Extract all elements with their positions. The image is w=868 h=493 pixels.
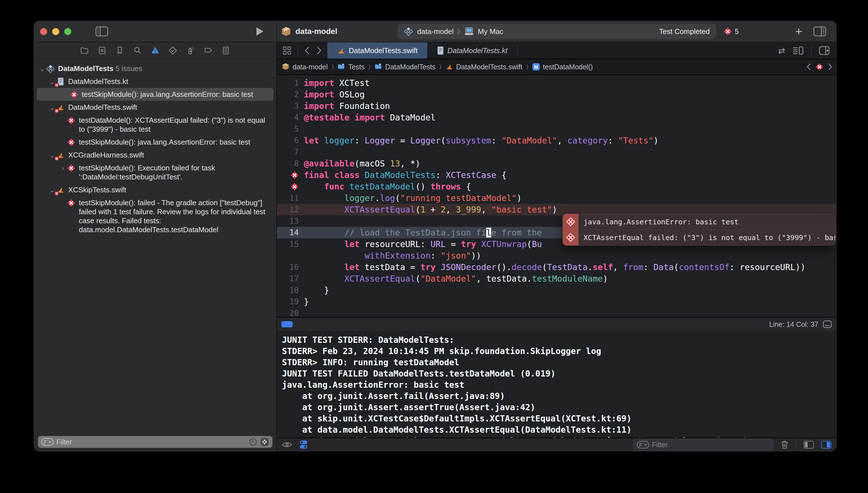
console-filter-field[interactable]: Filter	[633, 439, 774, 451]
console-panel-toggle[interactable]	[821, 441, 831, 449]
navigator-tab-warning-icon[interactable]	[151, 46, 159, 55]
code-line[interactable]: 4@testable import DataModel	[277, 112, 836, 123]
code-line[interactable]: 3import Foundation	[277, 100, 836, 112]
run-button[interactable]	[256, 27, 264, 36]
code-line[interactable]: 7	[277, 146, 836, 158]
inspector-toggle-icon[interactable]	[813, 26, 826, 37]
code-line[interactable]: 8@available(macOS 13, *)	[277, 158, 836, 169]
variables-view-eye-icon[interactable]	[282, 441, 292, 448]
scheme-selector[interactable]: data-model 〉 My Mac Test Completed	[397, 24, 716, 39]
recent-clock-icon[interactable]	[249, 438, 257, 446]
navigator-tab-folder-icon[interactable]	[80, 46, 89, 55]
code-line[interactable]: 20	[277, 307, 836, 317]
breadcrumb-item[interactable]: DataModelTests	[374, 63, 435, 71]
code-line[interactable]: 18 }	[277, 284, 836, 296]
err-icon	[70, 90, 78, 99]
code-line[interactable]: 5	[277, 123, 836, 135]
issue-count-badge[interactable]: 5	[724, 27, 739, 36]
swift-icon	[56, 103, 65, 112]
navigator-filter-field[interactable]: Filter	[38, 436, 272, 448]
forward-icon[interactable]	[316, 46, 322, 55]
disclosure-collapsed-icon[interactable]: ›	[59, 164, 67, 173]
breakpoint-indicator[interactable]	[281, 321, 293, 327]
code-line[interactable]: 17 XCTAssertEqual("DataModel", testData.…	[277, 273, 836, 284]
navigator-tab-search-icon[interactable]	[133, 46, 142, 55]
line-error-icon[interactable]	[277, 169, 304, 181]
console-line: at org.junit.Assert.assertTrue(Assert.ja…	[282, 402, 836, 413]
breadcrumb-item[interactable]: data-model	[282, 63, 328, 71]
row-label: testDataModel(): XCTAssertEqual failed: …	[79, 116, 271, 134]
code-line[interactable]: 1import XCTest	[277, 77, 836, 89]
scheme-name[interactable]: data-model	[417, 27, 454, 36]
add-tab-button[interactable]: +	[790, 24, 807, 39]
tab-datamodeltests-swift[interactable]: DataModelTests.swift	[327, 42, 427, 59]
test-issue-outline: ⌄DataModelTests 5 issues⌄DataModelTests.…	[34, 59, 276, 433]
navigator-tab-check-diamond-icon[interactable]	[168, 46, 177, 55]
test-issue-row[interactable]: testSkipModule(): failed - The gradle ac…	[34, 196, 276, 236]
popup-error-row[interactable]: XCTAssertEqual failed: ("3") is not equa…	[578, 230, 836, 245]
test-file-row[interactable]: ⌄XCGradleHarness.swift	[34, 149, 276, 162]
zoom-window-button[interactable]	[64, 28, 71, 35]
test-file-row[interactable]: ⌄XCSkipTests.swift	[34, 183, 276, 196]
code-line[interactable]: withExtension: "json"))	[277, 250, 836, 261]
breadcrumb-item[interactable]: Tests	[338, 63, 364, 71]
minimap-icon[interactable]	[793, 46, 804, 55]
code-line[interactable]: 11 logger.log("running testDataModel")	[277, 192, 836, 204]
console-toggles-icon[interactable]	[299, 440, 308, 449]
line-number: 7	[277, 146, 304, 158]
next-issue-icon[interactable]	[828, 63, 832, 70]
code-review-icon[interactable]: ⇄	[778, 46, 785, 56]
back-icon[interactable]	[304, 46, 310, 55]
test-issue-row[interactable]: testSkipModule(): java.lang.AssertionErr…	[37, 88, 274, 101]
console-line: JUNIT TEST STDERR: DataModelTests:	[282, 335, 836, 346]
code-line[interactable]: 16 let testData = try JSONDecoder().deco…	[277, 261, 836, 273]
popup-error-row[interactable]: java.lang.AssertionError: basic test ✕	[578, 214, 836, 230]
clear-console-trash-icon[interactable]	[781, 440, 789, 449]
breadcrumb-item[interactable]: MtestDataModel()	[532, 63, 593, 71]
breadcrumb-separator: 〉	[332, 63, 334, 70]
navigator-tab-spray-icon[interactable]	[186, 46, 195, 55]
code-text: logger.log("running testDataModel")	[304, 192, 836, 204]
row-label: testSkipModule(): java.lang.AssertionErr…	[82, 90, 253, 99]
test-file-row[interactable]: ⌄DataModelTests.swift	[34, 101, 276, 114]
code-line[interactable]: 6let logger: Logger = Logger(subsystem: …	[277, 135, 836, 146]
navigator-tab-bookmark-icon[interactable]	[116, 46, 124, 55]
destination-name[interactable]: My Mac	[478, 27, 503, 36]
minimize-window-button[interactable]	[52, 28, 59, 35]
breadcrumb-item[interactable]: DataModelTests.swift	[446, 63, 522, 71]
source-editor[interactable]: 1import XCTest2import OSLog3import Found…	[277, 75, 836, 317]
test-issue-row[interactable]: testSkipModule(): java.lang.AssertionErr…	[34, 135, 276, 149]
tab-datamodeltests-kt[interactable]: DataModelTests.kt	[427, 42, 517, 59]
show-only-errors-icon[interactable]	[260, 437, 269, 446]
debug-console[interactable]: JUNIT TEST STDERR: DataModelTests:STDERR…	[277, 331, 836, 438]
close-window-button[interactable]	[40, 28, 47, 35]
add-editor-icon[interactable]	[819, 46, 829, 55]
previous-issue-icon[interactable]	[806, 63, 811, 70]
test-issue-row[interactable]: testDataModel(): XCTAssertEqual failed: …	[34, 114, 276, 135]
code-line[interactable]: 19}	[277, 296, 836, 307]
code-line[interactable]: 2import OSLog	[277, 89, 836, 100]
variables-panel-toggle[interactable]	[804, 441, 814, 449]
test-issue-row[interactable]: ›testSkipModule(): Execution failed for …	[34, 162, 276, 183]
navigator-tab-list-icon[interactable]	[222, 46, 230, 55]
navigator-tab-tag-icon[interactable]	[204, 46, 212, 55]
editor-layout-icon[interactable]	[823, 320, 832, 328]
line-error-icon[interactable]	[277, 181, 304, 192]
disclosure-expanded-icon[interactable]: ⌄	[38, 65, 46, 73]
console-line: JUNIT TEST FAILED DataModelTests.testDat…	[282, 368, 836, 379]
pkg-icon	[282, 63, 290, 71]
related-items-icon[interactable]	[282, 46, 292, 55]
test-file-row[interactable]: ⌄DataModelTests.kt	[34, 75, 276, 88]
row-label: DataModelTests 5 issues	[58, 64, 142, 73]
err-icon	[67, 116, 75, 125]
code-line[interactable]: func testDataModel() throws {	[277, 181, 836, 192]
test-suite-row[interactable]: ⌄DataModelTests 5 issues	[34, 62, 276, 75]
breadcrumb-separator: 〉	[369, 63, 371, 70]
navigator-toggle-icon[interactable]	[95, 26, 108, 37]
code-line[interactable]: final class DataModelTests: XCTestCase {	[277, 169, 836, 181]
navigator-tab-close-square-icon[interactable]	[98, 46, 106, 55]
console-line: at data.model.DataModelTests.testDataMod…	[282, 435, 836, 438]
console-line: STDERR> INFO: running testDataModel	[282, 357, 836, 368]
error-badge-icon	[54, 156, 59, 161]
code-text: import OSLog	[304, 89, 836, 100]
